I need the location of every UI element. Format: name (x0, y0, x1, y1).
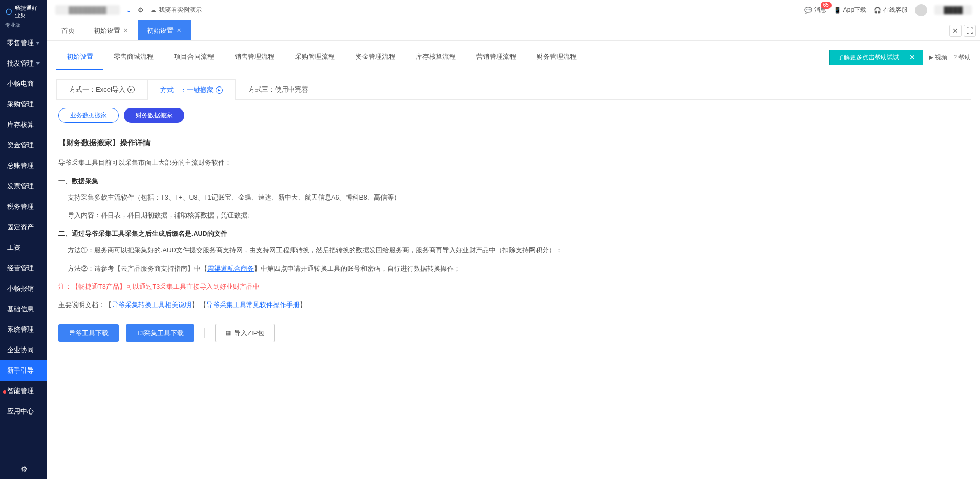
brand-logo: 畅捷通好业财 (0, 0, 47, 21)
subnav-tab-7[interactable]: 营销管理流程 (466, 45, 526, 70)
sidebar-item-16[interactable]: 新手引导 (0, 360, 47, 381)
headset-icon: 🎧 (874, 7, 881, 14)
online-cs-label: 在线客服 (883, 6, 908, 14)
message-icon: 💬 (804, 7, 812, 14)
sidebar-item-5[interactable]: 资金管理 (0, 135, 47, 156)
play-circle-icon: ▶ (216, 86, 223, 94)
sidebar-item-label: 采购管理 (7, 100, 34, 109)
page-tab-2[interactable]: 初始设置✕ (138, 20, 191, 40)
fullscreen-button[interactable]: ⛶ (964, 25, 976, 37)
sidebar-item-4[interactable]: 库存核算 (0, 115, 47, 135)
page-tabs: 首页初始设置✕初始设置✕ ✕ ⛶ (47, 20, 980, 41)
method-tab-onekey[interactable]: 方式二：一键搬家 ▶ (147, 79, 236, 100)
logo-icon (5, 7, 13, 16)
sidebar-item-label: 基础信息 (7, 304, 34, 314)
brand-edition: 专业版 (0, 21, 47, 33)
text-span: 】中第四点申请开通转换工具的账号和密码，自行进行数据转换操作； (254, 265, 460, 272)
section-1-p2: 导入内容：科目表，科目期初数据，辅助核算数据，凭证数据; (58, 210, 620, 222)
play-circle-icon: ▶ (127, 86, 135, 93)
sidebar-item-label: 企业协同 (7, 345, 34, 355)
daoye-download-button[interactable]: 导爷工具下载 (58, 324, 119, 342)
messages-badge: 65 (821, 2, 832, 9)
import-zip-button[interactable]: ▦ 导入ZIP包 (215, 324, 275, 342)
channel-commerce-link[interactable]: 需渠道配合商务 (207, 265, 254, 272)
sidebar-item-13[interactable]: 基础信息 (0, 299, 47, 319)
demo-link[interactable]: ☁ 我要看实例演示 (150, 6, 202, 14)
close-icon[interactable]: ✕ (909, 53, 915, 61)
red-note: 注：【畅捷通T3产品】可以通过T3采集工具直接导入到好业财产品中 (58, 281, 620, 293)
section-2-title: 二、通过导爷采集工具采集之后生成后缀名是.AUD的文件 (58, 228, 620, 241)
t3-download-button[interactable]: T3采集工具下载 (126, 324, 194, 342)
docs-line: 主要说明文档：【导爷采集转换工具相关说明】 【导爷采集工具常见软件操作手册】 (58, 299, 620, 312)
sidebar-item-15[interactable]: 企业协同 (0, 340, 47, 360)
sidebar-item-17[interactable]: 智能管理 (0, 381, 47, 401)
method-tab-excel[interactable]: 方式一：Excel导入 ▶ (56, 79, 147, 99)
subnav-tab-8[interactable]: 财务管理流程 (526, 45, 587, 70)
subnav-tab-3[interactable]: 销售管理流程 (224, 45, 285, 70)
sidebar-item-label: 固定资产 (7, 223, 34, 232)
sidebar-item-11[interactable]: 经营管理 (0, 258, 47, 278)
play-icon: ▶ (929, 54, 933, 61)
sidebar-item-label: 零售管理 (7, 38, 34, 48)
sidebar-item-12[interactable]: 小畅报销 (0, 278, 47, 299)
sidebar-item-0[interactable]: 零售管理 (0, 33, 47, 53)
close-icon[interactable]: ✕ (177, 27, 181, 34)
biz-data-pill[interactable]: 业务数据搬家 (58, 108, 119, 123)
article-intro: 导爷采集工具目前可以采集市面上大部分的主流财务软件： (58, 157, 620, 169)
page-tab-label: 初始设置 (147, 26, 174, 35)
subnav-tab-6[interactable]: 库存核算流程 (406, 45, 466, 70)
sidebar-item-6[interactable]: 总账管理 (0, 156, 47, 176)
sidebar-item-label: 税务管理 (7, 202, 34, 211)
sidebar-item-2[interactable]: 小畅电商 (0, 74, 47, 94)
page-tab-1[interactable]: 初始设置✕ (84, 20, 138, 40)
subnav-tab-2[interactable]: 项目合同流程 (164, 45, 224, 70)
docs-link-2[interactable]: 导爷采集工具常见软件操作手册 (206, 301, 300, 309)
user-name[interactable]: ████ (934, 5, 972, 15)
subnav-tab-0[interactable]: 初始设置 (56, 45, 103, 70)
app-download-button[interactable]: 📱 App下载 (834, 6, 866, 14)
section-2-p1: 方法①：服务商可以把采集好的.AUD文件提交服务商支持网，由支持网工程师转换，然… (58, 245, 620, 257)
method-tab-usage[interactable]: 方式三：使用中完善 (236, 79, 321, 99)
fin-data-pill[interactable]: 财务数据搬家 (124, 108, 184, 123)
sidebar-item-1[interactable]: 批发管理 (0, 53, 47, 74)
subnav-tab-1[interactable]: 零售商城流程 (103, 45, 164, 70)
sidebar-item-7[interactable]: 发票管理 (0, 176, 47, 197)
help-link[interactable]: ? 帮助 (953, 53, 971, 62)
close-icon[interactable]: ✕ (123, 27, 128, 34)
mobile-icon: 📱 (834, 7, 841, 14)
import-zip-label: 导入ZIP包 (234, 329, 264, 338)
settings-icon[interactable]: ⚙ (138, 6, 144, 14)
article-title: 【财务数据搬家】操作详情 (58, 138, 620, 148)
avatar[interactable] (915, 4, 927, 16)
method-tab-label: 方式一：Excel导入 (69, 85, 125, 94)
messages-button[interactable]: 💬 消息 65 (804, 6, 826, 14)
sidebar-item-label: 库存核算 (7, 120, 34, 129)
sidebar-item-label: 应用中心 (7, 407, 34, 416)
subnav-tab-4[interactable]: 采购管理流程 (285, 45, 345, 70)
sidebar-item-label: 资金管理 (7, 141, 34, 150)
text-span: 方法②：请参考【云产品服务商支持指南】中【 (68, 265, 207, 272)
sidebar-item-8[interactable]: 税务管理 (0, 197, 47, 217)
chevron-down-icon (36, 42, 40, 45)
subnav-tab-5[interactable]: 资金管理流程 (345, 45, 406, 70)
sidebar-item-18[interactable]: 应用中心 (0, 401, 47, 422)
sidebar-item-14[interactable]: 系统管理 (0, 319, 47, 340)
sidebar-item-label: 小畅报销 (7, 284, 34, 293)
sidebar-item-3[interactable]: 采购管理 (0, 94, 47, 115)
company-dropdown[interactable]: ████████ (55, 5, 120, 15)
page-tab-label: 初始设置 (94, 26, 120, 35)
app-download-label: App下载 (843, 6, 866, 14)
sidebar-settings[interactable]: ⚙ (0, 460, 47, 479)
page-tab-0[interactable]: 首页 (52, 20, 84, 40)
sidebar-item-10[interactable]: 工资 (0, 237, 47, 258)
help-banner[interactable]: 了解更多点击帮助试试 ✕ (829, 50, 923, 65)
sidebar-item-9[interactable]: 固定资产 (0, 217, 47, 237)
chevron-down-icon[interactable]: ⌄ (126, 6, 132, 14)
sidebar-item-label: 经营管理 (7, 264, 34, 273)
docs-link-1[interactable]: 导爷采集转换工具相关说明 (112, 301, 191, 309)
text-span: 】 【 (191, 301, 206, 309)
video-link[interactable]: ▶ 视频 (929, 53, 947, 62)
gear-icon: ⚙ (20, 465, 27, 473)
close-all-tabs-button[interactable]: ✕ (949, 25, 962, 37)
online-cs-button[interactable]: 🎧 在线客服 (874, 6, 908, 14)
